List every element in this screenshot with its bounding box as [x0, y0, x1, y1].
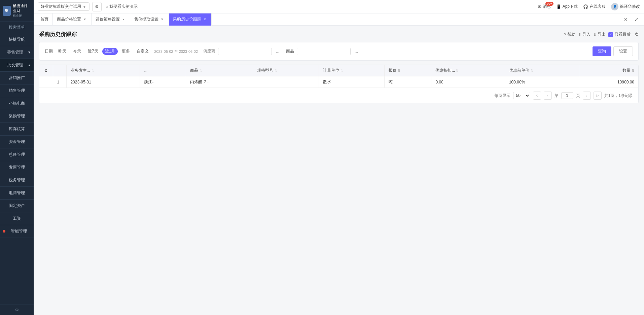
page-input[interactable] [561, 92, 573, 99]
tab-home[interactable]: 首页 [36, 13, 53, 26]
row-num: 1 [53, 76, 66, 88]
version-selector[interactable]: 好业财标准版交付试用 ▼ [38, 2, 90, 11]
message-button[interactable]: ✉ 消息 99+ [538, 4, 551, 9]
tab-close-panel-button[interactable]: ✕ [621, 15, 631, 24]
sidebar-item-marketing[interactable]: 营销推广 [0, 72, 34, 84]
sidebar-settings[interactable]: ⚙ [0, 305, 34, 315]
pagination-first-button[interactable]: ⊲ [533, 92, 541, 100]
sort-spec-icon: ⇅ [274, 69, 277, 72]
sidebar-item-invoice[interactable]: 发票管理 [0, 161, 34, 174]
sidebar-search[interactable]: 搜索菜单 [0, 22, 34, 33]
per-page-select[interactable]: 50 20 100 200 [513, 92, 530, 99]
gear-icon[interactable]: ⚙ [44, 68, 48, 73]
page-header: 采购历史价跟踪 ? 帮助 ⬆ 导入 ⬇ 导出 只看最后一次 [39, 31, 639, 38]
sidebar-item-salary[interactable]: 工资 [0, 212, 34, 225]
date-btn-7days[interactable]: 近7天 [85, 48, 101, 55]
sidebar-item-tax[interactable]: 税务管理 [0, 174, 34, 187]
smart-dot [3, 230, 5, 233]
th-discount[interactable]: 优惠折扣... ⇅ [431, 65, 505, 76]
per-page-label: 每页显示 [494, 93, 510, 99]
last-only-checkbox[interactable] [608, 32, 613, 37]
th-unit[interactable]: 计量单位 ⇅ [319, 65, 384, 76]
sidebar-item-ecom-small[interactable]: 小畅电商 [0, 97, 34, 110]
filter-action-buttons: 查询 设置 [593, 46, 633, 56]
tab-strategy-close[interactable]: × [121, 17, 126, 22]
date-btn-yesterday[interactable]: 昨天 [56, 48, 69, 55]
export-link[interactable]: ⬇ 导出 [593, 32, 606, 37]
demo-icon: ○ [106, 4, 108, 9]
th-price[interactable]: 报价 ⇅ [384, 65, 431, 76]
last-only-checkbox-label[interactable]: 只看最后一次 [608, 32, 639, 37]
sidebar-item-capital[interactable]: 资金管理 [0, 136, 34, 148]
table-row: 1 2023-05-31 浙江... 丙烯酸-2-... 散水 吨 0.00 1… [39, 76, 638, 88]
th-date[interactable]: 业务发生... ⇅ [66, 65, 140, 76]
retail-arrow: ▼ [28, 50, 31, 54]
sidebar-item-quick-nav[interactable]: 快捷导航 [0, 33, 34, 46]
user-avatar: 👤 [611, 3, 618, 10]
supplier-input[interactable] [218, 48, 272, 55]
date-label: 日期 [45, 48, 53, 54]
service-icon: 🎧 [583, 4, 588, 9]
settings-button[interactable]: 设置 [613, 46, 633, 56]
th-spec[interactable]: 规格型号 ⇅ [253, 65, 319, 76]
logo-text: 畅捷通好业财 [13, 3, 31, 14]
sidebar-item-general[interactable]: 总账管理 [0, 148, 34, 161]
row-date: 2023-05-31 [66, 76, 140, 88]
query-button[interactable]: 查询 [593, 46, 611, 56]
sidebar-item-purchase[interactable]: 采购管理 [0, 110, 34, 123]
import-link[interactable]: ⬆ 导入 [578, 32, 591, 37]
sidebar-item-retail[interactable]: 零售管理 ▼ [0, 46, 34, 59]
date-buttons: 昨天 今天 近7天 近1月 更多 自定义 [56, 48, 151, 55]
th-unit-price[interactable]: 优惠前单价 ⇅ [505, 65, 580, 76]
pagination-next-button[interactable]: › [583, 92, 591, 100]
row-spec [253, 76, 319, 88]
row-price: 0.00 [431, 76, 505, 88]
tab-sale[interactable]: 售价提取设置 × [130, 13, 169, 26]
tab-price[interactable]: 商品价格设置 × [53, 13, 92, 26]
tab-purchase-close[interactable]: × [203, 17, 207, 22]
selector-arrow-icon: ▼ [82, 4, 86, 9]
date-range-display: 2023-05-02 至 2023-06-02 [154, 49, 198, 54]
pagination-last-button[interactable]: ⊳ [594, 92, 602, 100]
th-extra[interactable]: ... [140, 65, 186, 76]
topbar: 好业财标准版交付试用 ▼ ⚙ ○ 我要看实例演示 ✉ 消息 99+ 📱 App下… [34, 0, 644, 13]
row-unit: 散水 [319, 76, 384, 88]
pagination-prev-button[interactable]: ‹ [544, 92, 552, 100]
user-menu[interactable]: 👤 徐泽华修改 [611, 3, 640, 10]
goods-more-icon[interactable]: ... [353, 48, 359, 55]
sidebar-item-wholesale[interactable]: 批发管理 ▲ [0, 59, 34, 72]
pagination: 每页显示 50 20 100 200 ⊲ ‹ 第 页 › ⊳ 共1页，1条记录 [39, 88, 638, 103]
tab-purchase[interactable]: 采购历史价跟踪 × [169, 13, 212, 26]
th-goods[interactable]: 商品 ⇅ [186, 65, 253, 76]
date-btn-more[interactable]: 更多 [119, 48, 133, 55]
import-icon: ⬆ [578, 32, 581, 37]
th-quantity[interactable]: 数量 ⇅ [580, 65, 638, 76]
tabs-bar: 首页 商品价格设置 × 进价策略设置 × 售价提取设置 × 采购历史价跟踪 × … [34, 13, 644, 26]
sidebar-item-warehouse[interactable]: 库存核算 [0, 123, 34, 136]
demo-link[interactable]: ○ 我要看实例演示 [106, 4, 138, 9]
goods-input[interactable] [297, 48, 351, 55]
logo-sub: 标准版 [13, 14, 31, 18]
sidebar-logo: 财 畅捷通好业财 标准版 [0, 0, 34, 22]
sort-unit-icon: ⇅ [340, 69, 343, 72]
tab-sale-close[interactable]: × [160, 17, 165, 22]
online-service-button[interactable]: 🎧 在线客服 [583, 4, 606, 9]
sidebar-item-sales[interactable]: 销售管理 [0, 84, 34, 97]
tab-maximize-button[interactable]: ⤢ [632, 15, 641, 24]
row-discount: 100.00% [505, 76, 580, 88]
date-btn-1month[interactable]: 近1月 [102, 48, 118, 55]
sidebar-item-smart[interactable]: 智能管理 [0, 225, 34, 238]
date-btn-custom[interactable]: 自定义 [134, 48, 151, 55]
app-download-button[interactable]: 📱 App下载 [556, 4, 578, 9]
date-btn-today[interactable]: 今天 [70, 48, 84, 55]
export-icon: ⬇ [593, 32, 597, 37]
sidebar-item-asset[interactable]: 固定资产 [0, 200, 34, 212]
supplier-more-icon[interactable]: ... [275, 48, 281, 55]
tab-strategy[interactable]: 进价策略设置 × [92, 13, 130, 26]
th-num [53, 65, 66, 76]
sidebar-item-ecom[interactable]: 电商管理 [0, 187, 34, 200]
help-link[interactable]: ? 帮助 [564, 32, 575, 37]
date-filter-group: 日期 昨天 今天 近7天 近1月 更多 自定义 2023-05-02 至 202… [45, 48, 198, 55]
tab-price-close[interactable]: × [82, 17, 87, 22]
topbar-settings-button[interactable]: ⚙ [92, 2, 102, 11]
